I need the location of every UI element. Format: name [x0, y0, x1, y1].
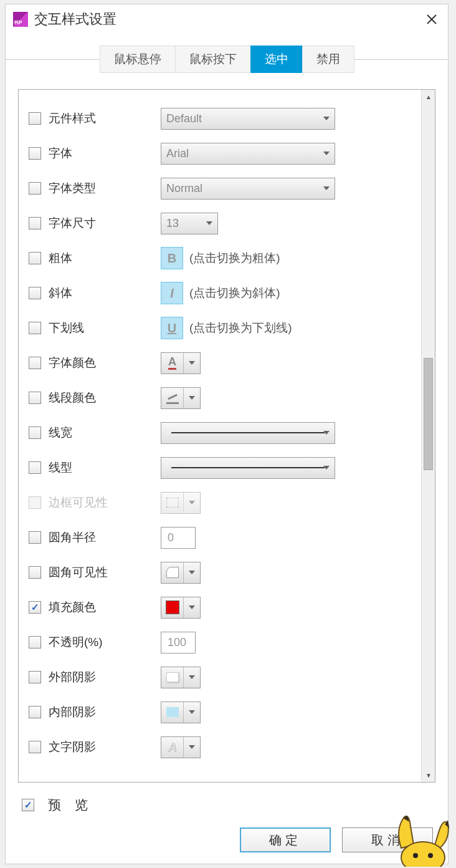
dialog-title: 交互样式设置 — [34, 10, 423, 29]
chevron-down-icon — [184, 388, 200, 408]
buttons-row: 确定 取消 — [6, 822, 448, 864]
label-fill-color: 填充颜色 — [49, 599, 161, 615]
scrollbar-down-arrow-icon[interactable]: ▼ — [422, 768, 435, 782]
dropdown-font-value: Arial — [166, 147, 189, 160]
checkbox-italic[interactable] — [29, 287, 41, 299]
dropdown-corner-visibility[interactable] — [161, 562, 201, 584]
toggle-bold[interactable]: B — [161, 247, 183, 269]
checkbox-inner-shadow[interactable] — [29, 706, 41, 718]
row-line-color: 线段颜色 — [29, 380, 416, 415]
toggle-italic[interactable]: I — [161, 282, 183, 304]
tab-line-left — [6, 59, 100, 60]
label-preview: 预 览 — [48, 796, 93, 814]
checkbox-font-size[interactable] — [29, 217, 41, 229]
border-visibility-icon — [161, 493, 184, 513]
chevron-down-icon — [323, 117, 330, 120]
hint-underline: (点击切换为下划线) — [189, 320, 292, 336]
scrollbar[interactable]: ▲ ▼ — [421, 90, 435, 782]
tab-mouse-hover[interactable]: 鼠标悬停 — [100, 46, 176, 73]
scrollbar-up-arrow-icon[interactable]: ▲ — [422, 90, 435, 104]
tab-line-right — [354, 59, 449, 60]
text-shadow-icon: A — [161, 737, 184, 758]
checkbox-font-color[interactable] — [29, 357, 41, 369]
dropdown-outer-shadow[interactable] — [161, 667, 201, 688]
dropdown-line-style[interactable] — [161, 457, 335, 479]
dropdown-fill-color[interactable] — [161, 597, 201, 619]
close-icon — [425, 13, 438, 26]
row-corner-visibility: 圆角可见性 — [29, 555, 416, 590]
dropdown-font-type[interactable]: Normal — [161, 178, 335, 200]
dropdown-text-shadow[interactable]: A — [161, 736, 201, 758]
chevron-down-icon — [184, 493, 200, 513]
font-color-icon: A — [161, 353, 184, 374]
dropdown-line-color[interactable] — [161, 387, 201, 409]
checkbox-corner-visibility[interactable] — [29, 566, 41, 579]
chevron-down-icon — [184, 597, 200, 618]
checkbox-text-shadow[interactable] — [29, 741, 41, 753]
checkbox-underline[interactable] — [29, 322, 41, 334]
checkbox-opacity[interactable] — [29, 636, 41, 649]
label-outer-shadow: 外部阴影 — [49, 669, 161, 685]
row-line-width: 线宽 — [29, 415, 416, 450]
row-text-shadow: 文字阴影 A — [29, 730, 416, 764]
cancel-button[interactable]: 取消 — [342, 827, 433, 852]
checkbox-border-visibility — [29, 496, 41, 509]
label-bold: 粗体 — [49, 250, 161, 266]
chevron-down-icon — [184, 667, 200, 688]
row-italic: 斜体 I (点击切换为斜体) — [29, 276, 416, 311]
row-inner-shadow: 内部阴影 — [29, 695, 416, 730]
titlebar: RP 交互样式设置 — [6, 4, 448, 34]
dropdown-font-size[interactable]: 13 — [161, 213, 218, 234]
chevron-down-icon — [323, 186, 330, 190]
dropdown-inner-shadow[interactable] — [161, 702, 201, 723]
row-font-color: 字体颜色 A — [29, 345, 416, 380]
dropdown-widget-style[interactable]: Default — [161, 108, 335, 130]
checkbox-line-width[interactable] — [29, 427, 41, 439]
dropdown-font-color[interactable]: A — [161, 352, 201, 374]
chevron-down-icon — [323, 466, 330, 470]
corner-icon — [161, 562, 184, 583]
checkbox-line-color[interactable] — [29, 392, 41, 404]
chevron-down-icon — [184, 562, 200, 583]
dropdown-widget-style-value: Default — [166, 112, 202, 125]
label-font: 字体 — [49, 145, 161, 162]
checkbox-bold[interactable] — [29, 252, 41, 264]
input-corner-radius[interactable] — [161, 527, 196, 549]
footer-preview-row: 预 览 — [6, 788, 448, 822]
checkbox-preview[interactable] — [22, 799, 34, 811]
checkbox-corner-radius[interactable] — [29, 531, 41, 544]
label-line-width: 线宽 — [49, 425, 161, 441]
tab-mouse-down[interactable]: 鼠标按下 — [175, 46, 251, 73]
label-font-color: 字体颜色 — [49, 355, 161, 371]
row-widget-style: 元件样式 Default — [29, 101, 416, 136]
label-italic: 斜体 — [49, 285, 161, 301]
checkbox-font-type[interactable] — [29, 182, 41, 195]
row-underline: 下划线 U (点击切换为下划线) — [29, 311, 416, 345]
tabs: 鼠标悬停 鼠标按下 选中 禁用 — [100, 46, 354, 73]
chevron-down-icon — [184, 737, 200, 758]
dropdown-line-width[interactable] — [161, 422, 335, 444]
dropdown-font[interactable]: Arial — [161, 143, 335, 165]
checkbox-fill-color[interactable] — [29, 601, 41, 614]
preview-checkbox-group: 预 览 — [22, 796, 93, 814]
checkbox-outer-shadow[interactable] — [29, 671, 41, 683]
checkbox-widget-style[interactable] — [29, 112, 41, 125]
label-line-color: 线段颜色 — [49, 390, 161, 406]
row-font-type: 字体类型 Normal — [29, 171, 416, 206]
tabs-container: 鼠标悬停 鼠标按下 选中 禁用 — [6, 34, 448, 79]
ok-button[interactable]: 确定 — [240, 827, 331, 852]
close-button[interactable] — [423, 11, 440, 28]
scrollbar-thumb[interactable] — [424, 358, 433, 470]
tab-selected[interactable]: 选中 — [250, 46, 303, 73]
label-corner-radius: 圆角半径 — [49, 529, 161, 546]
italic-icon: I — [170, 286, 174, 301]
tab-disabled[interactable]: 禁用 — [302, 46, 354, 73]
checkbox-line-style[interactable] — [29, 461, 41, 474]
input-opacity[interactable] — [161, 632, 196, 653]
checkbox-font[interactable] — [29, 147, 41, 160]
row-fill-color: 填充颜色 — [29, 590, 416, 625]
toggle-underline[interactable]: U — [161, 317, 183, 339]
label-corner-visibility: 圆角可见性 — [49, 564, 161, 581]
label-opacity: 不透明(%) — [49, 634, 161, 650]
dropdown-font-size-value: 13 — [166, 217, 179, 230]
